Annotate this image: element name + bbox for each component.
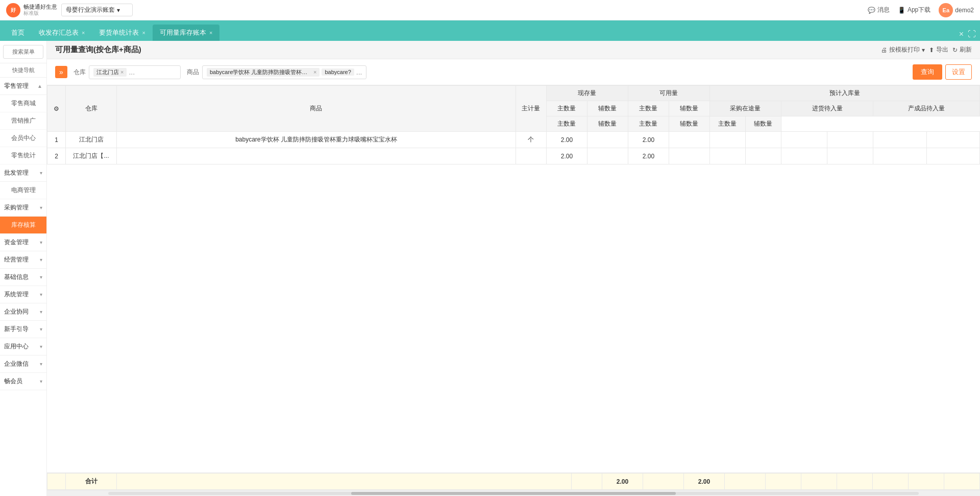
product-tag-1: babycare学饮杯 儿童防摔防撞吸管杯重力球吸嘴杯宝宝水杯 ×: [207, 68, 320, 77]
product-more-button[interactable]: ...: [356, 68, 362, 76]
cell-warehouse: 江北门店: [66, 132, 117, 148]
top-bar-left: 好 畅捷通好生意 标准版 母婴行业演示账套 ▾: [6, 3, 133, 17]
sidebar-section-wholesale-header[interactable]: 批发管理 ▾: [0, 164, 46, 182]
scrollbar-thumb[interactable]: [351, 492, 675, 495]
col-available-header: 可用量: [628, 86, 709, 101]
product-input[interactable]: babycare学饮杯 儿童防摔防撞吸管杯重力球吸嘴杯宝宝水杯 × babyca…: [202, 65, 366, 79]
quick-nav-button[interactable]: 快捷导航: [0, 63, 46, 78]
product-tag-1-close[interactable]: ×: [313, 69, 316, 75]
col-in-sub-header: 辅数量: [669, 116, 709, 132]
col-production-header: 产成品待入量: [873, 101, 980, 116]
avatar: Ea: [939, 3, 953, 17]
chevron-down-icon: ▾: [40, 240, 42, 245]
footer-in-main: [837, 474, 873, 490]
col-avail-main-header: 主数量: [628, 101, 669, 116]
cell-index: 2: [47, 148, 66, 164]
footer-stock-main: 2.00: [602, 474, 643, 490]
cell-in-sub: [827, 148, 873, 164]
sidebar-section-retail-header[interactable]: 零售管理 ▲: [0, 78, 46, 95]
tab-available[interactable]: 可用量库存账本 ×: [153, 25, 219, 41]
sidebar-section-appstore-header[interactable]: 应用中心 ▾: [0, 338, 46, 356]
user-avatar-area[interactable]: Ea demo2: [939, 3, 974, 17]
col-in-main-header: 主数量: [628, 116, 669, 132]
nav-tabs-list: 首页 收发存汇总表 × 要货单统计表 × 可用量库存账本 ×: [4, 25, 219, 41]
col-prod-main-header: 主数量: [709, 116, 745, 132]
filter-expand-button[interactable]: »: [55, 66, 67, 78]
chevron-down-icon: ▾: [40, 344, 42, 349]
col-avail-sub-header: 辅数量: [669, 101, 709, 116]
sidebar-item-marketing[interactable]: 营销推广: [0, 112, 46, 130]
sidebar-item-membership[interactable]: 会员中心: [0, 130, 46, 147]
tab-receive-close[interactable]: ×: [82, 30, 85, 36]
col-pt-main-header: 主数量: [546, 116, 587, 132]
export-button[interactable]: ⬆ 导出: [929, 45, 948, 54]
close-all-tabs-button[interactable]: ×: [959, 30, 964, 39]
sidebar-section-operations-header[interactable]: 经营管理 ▾: [0, 251, 46, 269]
cell-stock-sub: [587, 132, 628, 148]
page-header: 可用量查询(按仓库+商品) 🖨 按模板打印 ▾ ⬆ 导出 ↻ 刷新: [47, 41, 980, 59]
cell-avail-sub: [669, 148, 709, 164]
sidebar-section-enterprise-header[interactable]: 企业协同 ▾: [0, 303, 46, 321]
sidebar-section-purchase-header[interactable]: 采购管理 ▾: [0, 199, 46, 217]
sidebar-item-retail-stats[interactable]: 零售统计: [0, 147, 46, 164]
sidebar-section-wechat-header[interactable]: 企业微信 ▾: [0, 356, 46, 373]
sidebar-section-member-header[interactable]: 畅会员 ▾: [0, 373, 46, 390]
chevron-down-icon: ▾: [40, 309, 42, 315]
tab-receive[interactable]: 收发存汇总表 ×: [32, 25, 92, 41]
col-settings-header: ⚙: [47, 86, 66, 132]
cell-prod-main: [873, 148, 926, 164]
tab-available-close[interactable]: ×: [209, 30, 212, 36]
cell-in-sub: [827, 132, 873, 148]
app-download-button[interactable]: 📱 App下载: [898, 6, 930, 14]
app-tag: 标准版: [23, 10, 57, 16]
sidebar-section-system-header[interactable]: 系统管理 ▾: [0, 286, 46, 303]
tab-order-close[interactable]: ×: [142, 30, 145, 36]
refresh-button[interactable]: ↻ 刷新: [952, 45, 972, 54]
sidebar-item-ecommerce[interactable]: 电商管理: [0, 182, 46, 199]
cell-pt-sub: [745, 132, 781, 148]
refresh-icon: ↻: [952, 46, 958, 54]
chevron-down-icon: ▾: [40, 205, 42, 210]
cell-product: [117, 148, 516, 164]
settings-button[interactable]: 设置: [945, 64, 972, 80]
chevron-down-icon: ▾: [922, 46, 925, 54]
sidebar-item-retail-mall[interactable]: 零售商城: [0, 95, 46, 112]
query-button[interactable]: 查询: [913, 64, 942, 80]
template-print-button[interactable]: 🖨 按模板打印 ▾: [881, 45, 925, 54]
warehouse-input[interactable]: 江北门店 × ...: [89, 65, 181, 79]
filter-bar: » 仓库 江北门店 × ... 商品 babycare学饮杯 儿童防摔防撞吸管杯…: [47, 59, 980, 85]
sidebar-item-inventory[interactable]: 库存核算: [0, 217, 46, 234]
fullscreen-button[interactable]: ⛶: [968, 30, 976, 39]
sidebar-section-newbie-header[interactable]: 新手引导 ▾: [0, 321, 46, 338]
main-layout: 搜索菜单 快捷导航 零售管理 ▲ 零售商城 营销推广 会员中心 零售统计 批发管…: [0, 41, 980, 496]
account-selector[interactable]: 母婴行业演示账套 ▾: [61, 4, 133, 16]
page-actions: 🖨 按模板打印 ▾ ⬆ 导出 ↻ 刷新: [881, 45, 972, 54]
chevron-down-icon: ▾: [40, 379, 42, 384]
cell-product: babycare学饮杯 儿童防摔防撞吸管杯重力球吸嘴杯宝宝水杯: [117, 132, 516, 148]
message-button[interactable]: 💬 消息: [868, 6, 890, 14]
col-current-stock-header: 现存量: [546, 86, 628, 101]
cell-unit: 个: [516, 132, 546, 148]
sidebar-section-base-header[interactable]: 基础信息 ▾: [0, 269, 46, 286]
footer-in-sub: [873, 474, 909, 490]
warehouse-tag-close[interactable]: ×: [120, 69, 124, 75]
tab-home[interactable]: 首页: [4, 25, 32, 41]
scrollbar-track: [108, 492, 919, 495]
sidebar-section-wholesale: 批发管理 ▾ 电商管理: [0, 164, 46, 199]
page-title: 可用量查询(按仓库+商品): [55, 45, 141, 55]
col-pt-sub-header: 辅数量: [587, 116, 628, 132]
col-purchase-transit-header: 采购在途量: [709, 101, 781, 116]
table-row: 2 江北门店【... 2.00 2.00: [47, 148, 980, 164]
cell-prod-sub: [926, 132, 979, 148]
footer-pt-sub: [801, 474, 837, 490]
cell-prod-main: [873, 132, 926, 148]
logo-area: 好 畅捷通好生意 标准版: [6, 3, 57, 17]
horizontal-scrollbar[interactable]: [47, 490, 980, 496]
warehouse-more-button[interactable]: ...: [129, 68, 135, 76]
col-prod-sub-header: 辅数量: [745, 116, 781, 132]
sidebar-section-finance-header[interactable]: 资金管理 ▾: [0, 234, 46, 251]
footer-pt-main: [766, 474, 801, 490]
sidebar: 搜索菜单 快捷导航 零售管理 ▲ 零售商城 营销推广 会员中心 零售统计 批发管…: [0, 41, 47, 496]
search-menu-button[interactable]: 搜索菜单: [3, 45, 43, 59]
tab-order[interactable]: 要货单统计表 ×: [92, 25, 152, 41]
